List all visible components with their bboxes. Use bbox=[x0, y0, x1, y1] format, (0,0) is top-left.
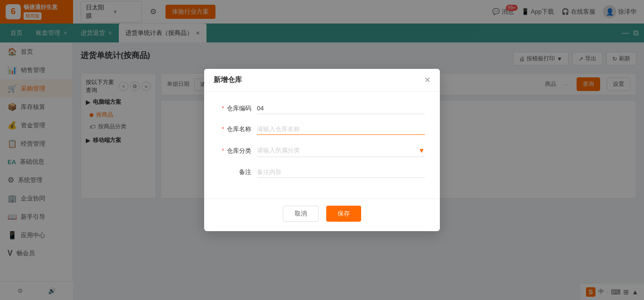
category-select-wrapper[interactable]: 请输入所属分类 ▼ bbox=[257, 144, 425, 157]
dialog-footer: 取消 保存 bbox=[204, 199, 440, 231]
dialog-title: 新增仓库 bbox=[214, 75, 242, 84]
dialog-body: * 仓库编码 * 仓库名称 * 仓库分类 请输入所属 bbox=[204, 92, 440, 199]
form-row-category: * 仓库分类 请输入所属分类 ▼ bbox=[219, 144, 425, 157]
name-label: * 仓库名称 bbox=[219, 125, 257, 133]
required-mark-code: * bbox=[222, 105, 224, 112]
code-input[interactable] bbox=[257, 103, 425, 114]
required-mark-category: * bbox=[222, 147, 224, 154]
form-row-code: * 仓库编码 bbox=[219, 103, 425, 114]
form-row-remark: 备注 bbox=[219, 167, 425, 178]
form-row-name: * 仓库名称 bbox=[219, 124, 425, 135]
cancel-button[interactable]: 取消 bbox=[283, 206, 319, 222]
remark-input[interactable] bbox=[257, 167, 425, 178]
dialog-close-button[interactable]: ✕ bbox=[424, 76, 430, 84]
new-warehouse-dialog: 新增仓库 ✕ * 仓库编码 * 仓库名称 bbox=[204, 69, 440, 231]
dialog-header: 新增仓库 ✕ bbox=[204, 69, 440, 92]
category-placeholder: 请输入所属分类 bbox=[257, 146, 418, 155]
save-button[interactable]: 保存 bbox=[326, 206, 361, 222]
code-label: * 仓库编码 bbox=[219, 104, 257, 113]
category-dropdown-icon: ▼ bbox=[418, 147, 425, 154]
name-input[interactable] bbox=[257, 124, 425, 135]
remark-label: 备注 bbox=[219, 168, 257, 176]
modal-overlay: 新增仓库 ✕ * 仓库编码 * 仓库名称 bbox=[0, 0, 644, 300]
category-label: * 仓库分类 bbox=[219, 147, 257, 155]
required-mark-name: * bbox=[222, 125, 224, 133]
